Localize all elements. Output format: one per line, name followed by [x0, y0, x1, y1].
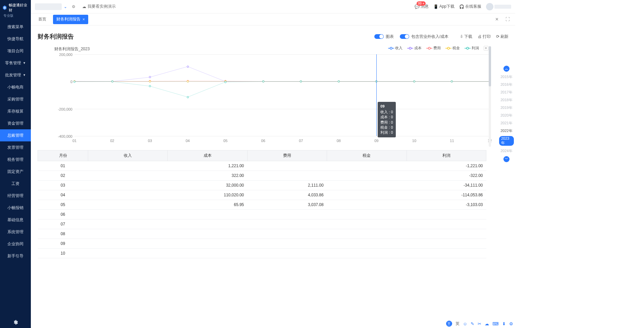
x-axis-label: 08 — [337, 139, 341, 143]
demo-label: 我要看实例演示 — [88, 4, 116, 9]
tab-bar: 首页 财务利润报告 × ✕ ⛶ — [31, 13, 515, 25]
sidebar-settings[interactable] — [0, 317, 31, 328]
sidebar-item[interactable]: 搜索菜单 — [0, 21, 31, 33]
table-header: 利润 — [407, 150, 486, 161]
topbar: ⌄ ⚙ ☁ 我要看实例演示 99 + 💬 消息 📱 App下载 🎧 在线客服 — [31, 0, 515, 13]
legend-item[interactable]: 费用 — [426, 46, 441, 51]
table-row: 06 — [38, 210, 486, 219]
ime-scissor-icon[interactable]: ✂ — [478, 321, 481, 326]
fullscreen-button[interactable]: ⛶ — [504, 17, 511, 22]
chevron-down-icon: ▼ — [23, 61, 26, 65]
tab-report[interactable]: 财务利润报告 × — [53, 15, 88, 24]
sidebar-item[interactable]: 项目合同 — [0, 45, 31, 57]
brand-logo: 畅捷通好业财 — [0, 0, 31, 13]
print-button[interactable]: 🖨打印 — [478, 34, 491, 40]
messages-button[interactable]: 99 + 💬 消息 — [415, 4, 429, 9]
app-download-button[interactable]: 📱 App下载 — [433, 4, 454, 9]
ime-gear-icon[interactable]: ⚙ — [509, 321, 513, 326]
sidebar-item[interactable]: 批发管理▼ — [0, 69, 31, 81]
sidebar-item[interactable]: 工资 — [0, 178, 31, 190]
chart-toggle[interactable] — [374, 34, 384, 39]
close-all-tabs-button[interactable]: ✕ — [493, 17, 500, 22]
scroll-thumb[interactable] — [489, 46, 491, 86]
year-next-button[interactable]: ︾ — [503, 156, 509, 162]
svg-point-5 — [428, 47, 430, 49]
nonop-toggle[interactable] — [400, 34, 409, 39]
year-option[interactable]: 2018年 — [500, 97, 512, 103]
ime-cloud-icon[interactable]: ☁ — [485, 321, 489, 326]
sidebar-item[interactable]: 发票管理 — [0, 141, 31, 153]
year-option[interactable]: 2015年 — [500, 74, 512, 79]
download-button[interactable]: ⇩下载 — [460, 34, 472, 40]
ime-edit-icon[interactable]: ✎ — [471, 321, 474, 326]
online-service-button[interactable]: 🎧 在线客服 — [459, 4, 481, 9]
chart-crosshair — [376, 54, 377, 136]
ime-smile-icon[interactable]: ☺ — [463, 321, 467, 326]
sidebar-item[interactable]: 经营管理 — [0, 190, 31, 202]
y-axis-label: -400,000 — [58, 134, 74, 138]
legend-more-button[interactable]: ≡ — [484, 46, 488, 51]
year-option[interactable]: 2017年 — [500, 90, 512, 95]
sidebar-item[interactable]: 零售管理▼ — [0, 57, 31, 69]
legend-item[interactable]: 成本 — [407, 46, 422, 51]
refresh-button[interactable]: ⟳刷新 — [496, 34, 508, 40]
avatar — [486, 3, 493, 10]
phone-icon: 📱 — [433, 4, 438, 9]
year-option[interactable]: 2023年 — [499, 136, 514, 146]
ime-lang[interactable]: 英 — [455, 321, 460, 327]
table-row: 011,221.00-1,221.00 — [38, 161, 486, 171]
table-row: 0565.953,037.08-3,103.03 — [38, 200, 486, 210]
sidebar-item[interactable]: 税务管理 — [0, 153, 31, 166]
sidebar-item[interactable]: 采购管理 — [0, 93, 31, 105]
sidebar-item[interactable]: 小畅报销 — [0, 202, 31, 214]
year-option[interactable]: 2021年 — [500, 121, 512, 126]
table-row: 10 — [38, 249, 486, 258]
x-axis-label: 10 — [412, 139, 416, 143]
sidebar-item[interactable]: 企业协同 — [0, 238, 31, 250]
sidebar-item[interactable]: 基础信息 — [0, 214, 31, 226]
chart-legend: 收入成本费用税金利润≡ — [388, 46, 488, 51]
legend-item[interactable]: 利润 — [465, 46, 479, 51]
svg-point-1 — [390, 47, 392, 49]
year-option[interactable]: 2019年 — [500, 105, 512, 110]
sidebar-item[interactable]: 小畅电商 — [0, 81, 31, 93]
table-row: 09 — [38, 239, 486, 249]
ime-engine-icon[interactable]: 王 — [446, 321, 452, 327]
x-axis-label: 03 — [148, 139, 152, 143]
chart-plot[interactable]: 200,0000-200,000-400,0000102030405060708… — [74, 54, 490, 136]
sidebar-item[interactable]: 快捷导航 — [0, 33, 31, 45]
year-option[interactable]: 2020年 — [500, 113, 512, 118]
org-selector[interactable]: ⌄ ⚙ — [35, 3, 75, 10]
year-option[interactable]: 2016年 — [500, 82, 512, 87]
table-row: 04110,020.004,033.86-114,053.86 — [38, 190, 486, 200]
chart-tooltip: 09收入 : 0成本 : 0费用 : 0税金 : 0利润 : 0 — [378, 102, 395, 137]
sidebar-item[interactable]: 总账管理 — [0, 129, 31, 141]
content-area: 财务利润报告 图表 包含营业外收入/成本 ⇩下载 🖨打印 ⟳刷新 财务利润报告_… — [31, 25, 515, 328]
sidebar-item[interactable]: 系统管理 — [0, 226, 31, 238]
x-axis-label: 07 — [299, 139, 303, 143]
year-option[interactable]: 2022年 — [500, 128, 512, 133]
sidebar-item[interactable]: 资金管理 — [0, 117, 31, 129]
sidebar-item[interactable]: 新手引导 — [0, 250, 31, 262]
cloud-icon: ☁ — [82, 4, 86, 9]
sidebar-item[interactable]: 固定资产 — [0, 166, 31, 178]
chart-title: 财务利润报告_2023 — [54, 46, 90, 52]
x-axis-label: 11 — [450, 139, 454, 143]
legend-item[interactable]: 收入 — [388, 46, 402, 51]
messages-badge: 99 + — [417, 1, 426, 6]
close-icon[interactable]: × — [83, 17, 85, 22]
table-row: 07 — [38, 219, 486, 229]
year-option[interactable]: 2024年 — [500, 148, 512, 153]
ime-keyboard-icon[interactable]: ⌨ — [492, 321, 499, 326]
chart-scrollbar[interactable] — [489, 46, 491, 147]
year-prev-button[interactable]: ︽ — [503, 66, 509, 72]
table-header: 成本 — [168, 150, 247, 161]
user-menu[interactable] — [486, 3, 511, 10]
demo-link[interactable]: ☁ 我要看实例演示 — [82, 4, 116, 9]
tab-home[interactable]: 首页 — [35, 15, 50, 24]
sidebar-item[interactable]: 库存核算 — [0, 105, 31, 117]
ime-drop-icon[interactable]: ⬇ — [502, 321, 506, 326]
ime-bar: 王 英 ☺ ✎ ✂ ☁ ⌨ ⬇ ⚙ — [446, 321, 513, 327]
legend-item[interactable]: 税金 — [445, 46, 460, 51]
gear-icon[interactable]: ⚙ — [72, 4, 75, 9]
